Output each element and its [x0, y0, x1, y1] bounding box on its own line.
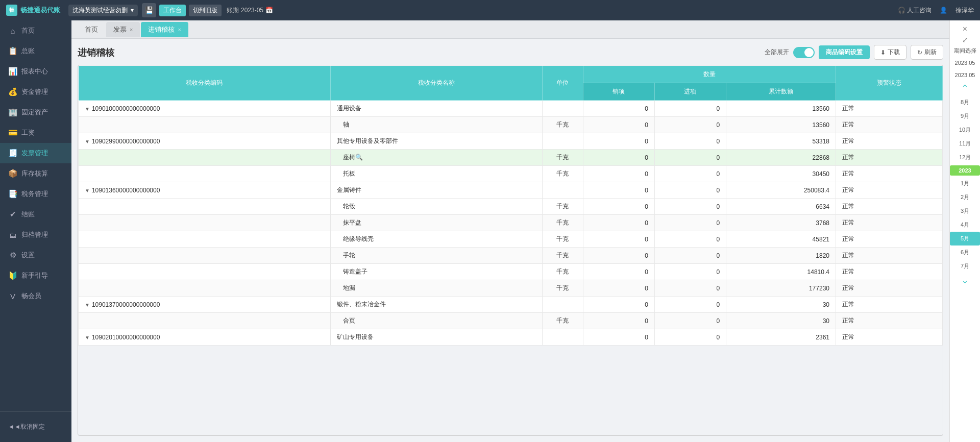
tab-home[interactable]: 首页 [78, 22, 105, 37]
sidebar-item-funds[interactable]: 💰 资金管理 [0, 82, 71, 102]
period-item-5[interactable]: 5月 [950, 232, 980, 245]
sidebar-item-reports[interactable]: 📊 报表中心 [0, 61, 71, 82]
period-item-7[interactable]: 7月 [950, 259, 980, 273]
period-item-11[interactable]: 11月 [950, 137, 980, 151]
period-item-9[interactable]: 9月 [950, 109, 980, 123]
content-area: 首页 发票 × 进销稽核 × 进销稽核 全部展开 [71, 20, 949, 442]
period-item-2[interactable]: 2月 [950, 190, 980, 204]
sidebar-item-home[interactable]: ⌂ 首页 [0, 20, 71, 41]
col-quantity-group: 数量 [583, 66, 836, 83]
sidebar-label-settings: 设置 [21, 251, 35, 260]
table-row-status: 正常 [836, 150, 942, 166]
inventory-icon: 📦 [8, 169, 17, 178]
table-row-total: 250083.4 [726, 182, 836, 199]
table-row-purchase: 0 [654, 297, 726, 313]
table-row-status: 正常 [836, 133, 942, 150]
sidebar-item-inventory[interactable]: 📦 库存核算 [0, 163, 71, 184]
table-row-unit: 千克 [542, 231, 583, 248]
period-item-6[interactable]: 6月 [950, 245, 980, 259]
table-row-sales: 0 [583, 133, 654, 150]
table-row-sales: 0 [583, 297, 654, 313]
search-icon[interactable]: 🔍 [355, 154, 363, 161]
tab-reconcile-close[interactable]: × [178, 27, 181, 33]
period-item-3[interactable]: 3月 [950, 204, 980, 218]
col-purchase: 进项 [654, 83, 726, 101]
close-panel-icon[interactable]: × [963, 24, 967, 34]
page-header: 进销稽核 全部展开 商品编码设置 ⬇ 下载 ↻ 刷新 [78, 45, 943, 60]
col-unit: 单位 [542, 66, 583, 101]
guide-icon: 🔰 [8, 271, 17, 280]
period-item-2023-05-1[interactable]: 2023.05 [950, 57, 980, 69]
expand-panel-icon[interactable]: ⤢ [962, 36, 968, 44]
table-row-sales: 0 [583, 264, 654, 280]
period-item-8[interactable]: 8月 [950, 95, 980, 109]
headset-icon: 🎧 [898, 7, 905, 14]
table-row-total: 2361 [726, 329, 836, 346]
calendar-icon[interactable]: 📅 [265, 7, 273, 14]
period-value: 2023-05 [241, 7, 263, 14]
table-row-purchase: 0 [654, 329, 726, 346]
tab-invoice-close[interactable]: × [130, 27, 133, 33]
table-row-name: 座椅🔍 [330, 150, 542, 166]
sidebar-item-vip[interactable]: V 畅会员 [0, 286, 71, 306]
table-row-status: 正常 [836, 248, 942, 264]
sidebar-item-tax[interactable]: 📑 税务管理 [0, 184, 71, 204]
table-row-purchase: 0 [654, 133, 726, 150]
tab-reconcile-label: 进销稽核 [148, 25, 175, 34]
sidebar-item-ledger[interactable]: 📋 总账 [0, 41, 71, 61]
archive-icon: 🗂 [8, 231, 17, 239]
period-item-2023-05-2[interactable]: 2023.05 [950, 69, 980, 81]
tab-invoice-label: 发票 [113, 25, 127, 34]
refresh-button[interactable]: ↻ 刷新 [911, 45, 943, 60]
expand-toggle[interactable] [793, 47, 815, 58]
ledger-icon: 📋 [8, 46, 17, 56]
period-year-2023[interactable]: 2023 [950, 165, 980, 176]
table-row-unit: 千克 [542, 215, 583, 231]
workbench-button[interactable]: 工作台 [159, 5, 186, 16]
col-tax-code: 税收分类编码 [79, 66, 331, 101]
save-icon[interactable]: 💾 [142, 3, 156, 17]
company-name: 沈海英测试经营勿删 [72, 6, 128, 15]
sidebar-item-settle[interactable]: ✔ 结账 [0, 204, 71, 225]
period-item-10[interactable]: 10月 [950, 123, 980, 137]
user-name: 徐泽华 [955, 6, 974, 15]
table-row-total: 45821 [726, 231, 836, 248]
sidebar-item-salary[interactable]: 💳 工资 [0, 122, 71, 143]
table-row-status: 正常 [836, 199, 942, 215]
home-icon: ⌂ [8, 27, 17, 35]
table-row-status: 正常 [836, 313, 942, 329]
sidebar-item-guide[interactable]: 🔰 新手引导 [0, 265, 71, 286]
table-row-purchase: 0 [654, 313, 726, 329]
tab-reconcile[interactable]: 进销稽核 × [141, 22, 188, 37]
app-logo: 畅 畅捷通易代账 [6, 5, 60, 16]
download-button[interactable]: ⬇ 下载 [874, 45, 906, 60]
scroll-up-arrow[interactable]: ⌃ [960, 81, 970, 95]
table-row-code: ▼10902010000000000000 [79, 329, 331, 346]
scroll-down-arrow[interactable]: ⌄ [960, 273, 970, 287]
refresh-icon: ↻ [917, 49, 922, 56]
period-item-12[interactable]: 12月 [950, 151, 980, 164]
table-row-name: 手轮 [330, 248, 542, 264]
period-display: 账期 2023-05 📅 [227, 6, 273, 15]
table-row-unit [542, 297, 583, 313]
vip-icon: V [8, 292, 17, 301]
sidebar-item-settings[interactable]: ⚙ 设置 [0, 245, 71, 265]
period-item-4[interactable]: 4月 [950, 218, 980, 232]
table-row-sales: 0 [583, 199, 654, 215]
sidebar-item-invoice[interactable]: 🧾 发票管理 [0, 143, 71, 163]
period-item-1[interactable]: 1月 [950, 177, 980, 190]
table-row-purchase: 0 [654, 101, 726, 117]
unpin-button[interactable]: ◄◄取消固定 [0, 417, 71, 437]
sidebar-item-assets[interactable]: 🏢 固定资产 [0, 102, 71, 122]
support-link[interactable]: 🎧 人工咨询 [898, 6, 932, 15]
table-row-code [79, 313, 331, 329]
tab-invoice[interactable]: 发票 × [106, 22, 140, 37]
sidebar-item-archive[interactable]: 🗂 归档管理 [0, 225, 71, 245]
table-row-name: 轮毂 [330, 199, 542, 215]
table-row-sales: 0 [583, 117, 654, 133]
col-warning: 预警状态 [836, 66, 942, 101]
table-row-purchase: 0 [654, 150, 726, 166]
product-code-button[interactable]: 商品编码设置 [819, 45, 870, 59]
company-selector[interactable]: 沈海英测试经营勿删 ▾ [68, 5, 138, 16]
switch-old-button[interactable]: 切到旧版 [189, 5, 222, 16]
